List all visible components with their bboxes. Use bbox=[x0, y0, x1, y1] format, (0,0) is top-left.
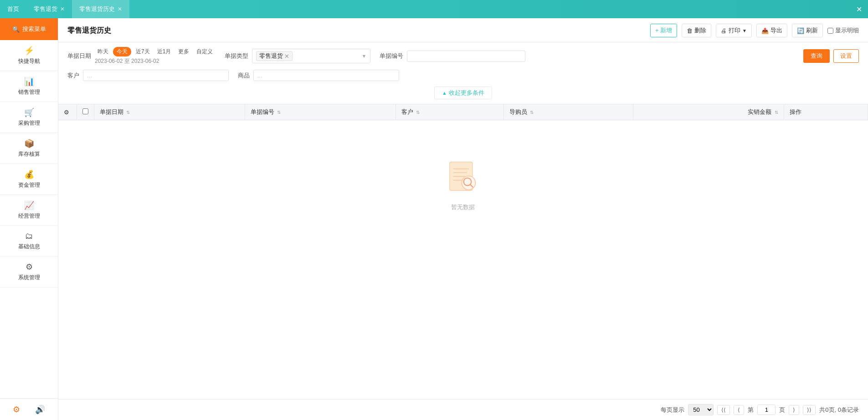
empty-illustration bbox=[440, 157, 486, 198]
export-button[interactable]: 📤 导出 bbox=[756, 24, 787, 37]
collapse-button[interactable]: ▲ 收起更多条件 bbox=[434, 87, 492, 99]
filter-customer: 客户 ... bbox=[67, 70, 229, 81]
th-customer-label: 客户 bbox=[401, 108, 413, 115]
setting-button[interactable]: 设置 bbox=[833, 49, 859, 63]
display-label: 显示明细 bbox=[835, 26, 859, 35]
th-action-label: 操作 bbox=[790, 108, 801, 115]
print-button[interactable]: 🖨 打印 ▼ bbox=[716, 24, 752, 37]
print-label: 打印 bbox=[729, 26, 740, 35]
th-date-sort[interactable]: ⇅ bbox=[126, 110, 130, 115]
sidebar-item-sales[interactable]: 📊 销售管理 bbox=[0, 71, 58, 102]
tab-retail-return-close[interactable]: ✕ bbox=[60, 6, 65, 12]
display-checkbox[interactable] bbox=[827, 28, 833, 34]
query-button[interactable]: 查询 bbox=[803, 49, 830, 63]
sidebar-item-basic-info[interactable]: 🗂 基础信息 bbox=[0, 226, 58, 256]
search-icon: 🔍 bbox=[12, 26, 20, 33]
th-setting[interactable]: ⚙ bbox=[58, 104, 77, 120]
type-tag-close[interactable]: ✕ bbox=[284, 53, 289, 60]
page-last-button[interactable]: ⟩⟩ bbox=[803, 405, 816, 415]
goods-select[interactable]: ... bbox=[253, 70, 399, 81]
date-7days[interactable]: 近7天 bbox=[133, 47, 153, 56]
content-area: 零售退货历史 + 新增 🗑 删除 🖨 打印 ▼ 📤 导出 bbox=[58, 18, 868, 420]
export-label: 导出 bbox=[770, 26, 782, 35]
window-close-button[interactable]: ✕ bbox=[850, 0, 868, 18]
filter-area: 单据日期 昨天 今天 近7天 近1月 更多 自定义 2023-06-02 至 2… bbox=[58, 42, 868, 104]
pagination-bar: 每页显示 50 100 200 ⟨⟨ ⟨ 第 页 ⟩ ⟩⟩ 共0页, 0条记录 bbox=[58, 399, 868, 420]
inventory-label: 库存核算 bbox=[18, 150, 40, 158]
page-next-button[interactable]: ⟩ bbox=[789, 405, 799, 415]
filter-doc-no: 单据编号 bbox=[380, 51, 525, 62]
type-label: 单据类型 bbox=[225, 52, 248, 60]
table-body: 暂无数据 bbox=[58, 120, 868, 248]
th-guide-sort[interactable]: ⇅ bbox=[530, 110, 534, 115]
tab-retail-return-label: 零售退货 bbox=[34, 5, 57, 13]
type-tag-item: 零售退货 ✕ bbox=[256, 51, 293, 61]
page-prev-button[interactable]: ⟨ bbox=[734, 405, 744, 415]
doc-no-input[interactable] bbox=[407, 51, 525, 62]
sidebar: 🔍 搜索菜单 ⚡ 快捷导航 📊 销售管理 🛒 采购管理 📦 库存核算 💰 bbox=[0, 18, 58, 420]
sidebar-item-finance[interactable]: 💰 资金管理 bbox=[0, 164, 58, 195]
action-buttons: 查询 设置 bbox=[803, 49, 859, 63]
page-number-input[interactable] bbox=[757, 405, 776, 415]
sidebar-item-operations[interactable]: 📈 经营管理 bbox=[0, 195, 58, 226]
sidebar-search[interactable]: 🔍 搜索菜单 bbox=[0, 18, 58, 40]
refresh-button[interactable]: 🔄 刷新 bbox=[792, 24, 823, 37]
sidebar-item-system[interactable]: ⚙ 系统管理 bbox=[0, 256, 58, 287]
print-dropdown-icon: ▼ bbox=[742, 28, 747, 33]
date-shortcuts: 昨天 今天 近7天 近1月 更多 自定义 bbox=[95, 47, 216, 56]
table-container: ⚙ 单据日期 ⇅ 单据编号 ⇅ 客户 bbox=[58, 104, 868, 399]
print-icon: 🖨 bbox=[721, 27, 727, 34]
empty-row: 暂无数据 bbox=[58, 120, 868, 248]
date-yesterday[interactable]: 昨天 bbox=[95, 47, 111, 56]
th-customer-sort[interactable]: ⇅ bbox=[416, 110, 420, 115]
page-title-row: 零售退货历史 + 新增 🗑 删除 🖨 打印 ▼ 📤 导出 bbox=[67, 24, 859, 42]
tab-retail-return-history-close[interactable]: ✕ bbox=[118, 6, 122, 12]
th-doc-no-label: 单据编号 bbox=[251, 108, 274, 115]
audio-footer-icon[interactable]: 🔊 bbox=[35, 405, 45, 415]
th-amount: 实销金额 ⇅ bbox=[633, 104, 784, 120]
type-tag: 零售退货 ✕ bbox=[256, 51, 293, 61]
page-first-button[interactable]: ⟨⟨ bbox=[717, 405, 730, 415]
date-more[interactable]: 更多 bbox=[175, 47, 192, 56]
type-select[interactable]: 零售退货 ✕ ▼ bbox=[252, 49, 370, 63]
basic-info-label: 基础信息 bbox=[18, 243, 40, 251]
tab-retail-return-history[interactable]: 零售退货历史 ✕ bbox=[72, 0, 129, 18]
sales-label: 销售管理 bbox=[18, 88, 40, 96]
delete-icon: 🗑 bbox=[687, 27, 693, 34]
table-header-row: ⚙ 单据日期 ⇅ 单据编号 ⇅ 客户 bbox=[58, 104, 868, 120]
tab-retail-return[interactable]: 零售退货 ✕ bbox=[26, 0, 72, 18]
system-label: 系统管理 bbox=[18, 274, 40, 282]
sidebar-menu: ⚡ 快捷导航 📊 销售管理 🛒 采购管理 📦 库存核算 💰 资金管理 📈 bbox=[0, 40, 58, 398]
toolbar: + 新增 🗑 删除 🖨 打印 ▼ 📤 导出 🔄 bbox=[650, 24, 859, 37]
operations-icon: 📈 bbox=[24, 200, 34, 210]
refresh-label: 刷新 bbox=[806, 26, 818, 35]
page-label: 页 bbox=[779, 406, 785, 414]
tab-home[interactable]: 首页 bbox=[0, 0, 26, 18]
doc-no-label: 单据编号 bbox=[380, 52, 403, 60]
settings-footer-icon[interactable]: ⚙ bbox=[13, 405, 20, 415]
select-all-checkbox[interactable] bbox=[82, 108, 88, 114]
th-doc-no-sort[interactable]: ⇅ bbox=[277, 110, 281, 115]
filter-row-2: 客户 ... 商品 ... bbox=[67, 70, 859, 81]
th-date-label: 单据日期 bbox=[100, 108, 123, 115]
type-tag-label: 零售退货 bbox=[259, 52, 283, 60]
tab-home-label: 首页 bbox=[7, 5, 19, 13]
display-switch[interactable]: 显示明细 bbox=[827, 26, 859, 35]
th-checkbox[interactable] bbox=[77, 104, 94, 120]
sidebar-item-inventory[interactable]: 📦 库存核算 bbox=[0, 133, 58, 164]
main-layout: 🔍 搜索菜单 ⚡ 快捷导航 📊 销售管理 🛒 采购管理 📦 库存核算 💰 bbox=[0, 18, 868, 420]
date-custom[interactable]: 自定义 bbox=[194, 47, 216, 56]
sidebar-item-purchase[interactable]: 🛒 采购管理 bbox=[0, 102, 58, 133]
delete-button[interactable]: 🗑 删除 bbox=[682, 24, 711, 37]
refresh-icon: 🔄 bbox=[797, 27, 804, 34]
sidebar-item-quick-nav[interactable]: ⚡ 快捷导航 bbox=[0, 40, 58, 71]
date-1month[interactable]: 近1月 bbox=[154, 47, 174, 56]
data-table: ⚙ 单据日期 ⇅ 单据编号 ⇅ 客户 bbox=[58, 104, 868, 248]
filter-date: 单据日期 昨天 今天 近7天 近1月 更多 自定义 2023-06-02 至 2… bbox=[67, 47, 216, 65]
th-amount-sort[interactable]: ⇅ bbox=[775, 110, 778, 115]
add-button[interactable]: + 新增 bbox=[650, 24, 677, 37]
date-today[interactable]: 今天 bbox=[113, 47, 131, 56]
customer-select[interactable]: ... bbox=[83, 70, 229, 81]
empty-state: 暂无数据 bbox=[58, 120, 868, 248]
page-size-select[interactable]: 50 100 200 bbox=[688, 404, 714, 415]
